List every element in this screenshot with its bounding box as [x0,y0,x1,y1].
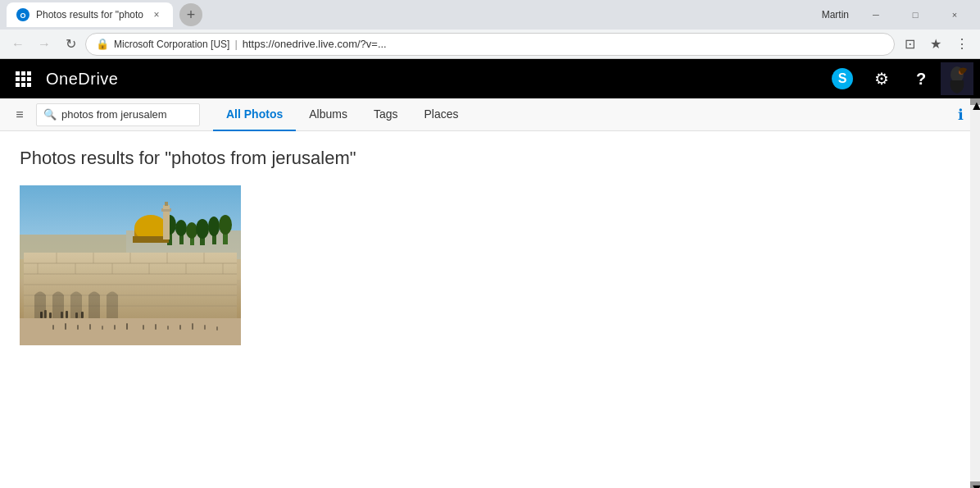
svg-rect-48 [49,312,52,318]
chrome-titlebar: O Photos results for "photo × + Martin ─… [0,0,980,30]
lock-icon: 🔒 [96,38,109,50]
search-box[interactable]: 🔍 [36,103,200,126]
svg-rect-24 [163,208,170,239]
search-input[interactable] [61,108,193,121]
back-button[interactable]: ← [7,33,29,56]
search-icon: 🔍 [43,108,57,121]
window-close-button[interactable]: × [936,2,973,27]
svg-rect-53 [52,325,54,330]
address-bar[interactable]: 🔒 Microsoft Corporation [US] | https://o… [85,33,895,56]
page-title: Photos results for "photos from jerusale… [20,148,960,169]
svg-rect-52 [81,312,84,318]
cast-icon[interactable]: ⊡ [898,33,921,56]
certificate-text: Microsoft Corporation [US] [114,39,229,50]
waffle-grid-icon [16,71,31,87]
svg-rect-62 [167,326,169,330]
scroll-up-button[interactable]: ▲ [970,98,980,105]
user-avatar[interactable] [941,62,973,95]
onedrive-header: OneDrive S ⚙ ? [0,59,980,98]
tab-places[interactable]: Places [411,98,472,131]
svg-rect-57 [102,326,103,330]
svg-rect-51 [75,312,78,318]
skype-icon: S [832,68,853,89]
photos-grid [20,185,960,345]
browser-tab[interactable]: O Photos results for "photo × [7,2,173,27]
maximize-button[interactable]: □ [896,2,934,27]
svg-rect-56 [89,324,91,330]
svg-rect-63 [179,325,181,330]
settings-button[interactable]: ⚙ [862,59,901,98]
svg-rect-50 [66,311,68,318]
scrollbar-track: ▲ ▼ [970,98,980,488]
help-icon: ? [916,70,926,89]
tab-title: Photos results for "photo [36,9,143,21]
svg-rect-49 [61,312,63,318]
svg-rect-66 [216,326,218,331]
svg-point-18 [208,217,220,236]
hamburger-icon: ≡ [16,107,23,122]
help-button[interactable]: ? [901,59,941,98]
svg-point-14 [186,222,197,239]
bookmark-icon[interactable]: ★ [924,33,947,56]
address-bar-row: ← → ↻ 🔒 Microsoft Corporation [US] | htt… [0,30,980,59]
svg-rect-27 [165,202,168,206]
svg-rect-45 [20,318,241,345]
photo-nav-tabs: All Photos Albums Tags Places [213,98,472,131]
refresh-button[interactable]: ↻ [59,33,82,56]
tab-albums[interactable]: Albums [296,98,361,131]
tab-tags[interactable]: Tags [361,98,411,131]
svg-rect-54 [65,323,66,330]
url-text: https://onedrive.live.com/?v=... [243,38,884,50]
new-tab-button[interactable]: + [179,3,202,26]
svg-point-20 [219,215,232,235]
svg-rect-65 [204,325,206,330]
subnav: ≡ 🔍 All Photos Albums Tags Places ℹ [0,98,980,131]
svg-rect-58 [114,325,116,330]
svg-rect-61 [155,324,157,330]
user-name-display: Martin [822,2,849,27]
scroll-down-button[interactable]: ▼ [970,481,980,488]
browser-menu-button[interactable]: ⋮ [951,33,973,56]
settings-icon: ⚙ [874,69,889,89]
svg-point-16 [196,219,209,239]
address-bar-actions: ⊡ ★ ⋮ [898,33,973,56]
tab-close-button[interactable]: × [150,8,163,21]
svg-rect-55 [77,325,79,330]
svg-point-12 [175,220,187,236]
svg-text:O: O [20,11,25,20]
address-separator: | [234,38,237,50]
svg-rect-59 [126,323,128,330]
minimize-button[interactable]: ─ [857,2,895,27]
waffle-menu-button[interactable] [7,62,39,95]
main-content: Photos results for "photos from jerusale… [0,131,980,488]
app-title: OneDrive [46,70,118,89]
svg-rect-64 [192,323,193,330]
skype-button[interactable]: S [823,59,862,98]
jerusalem-photo-image [20,185,241,345]
photo-item[interactable] [20,185,241,345]
tab-all-photos[interactable]: All Photos [213,98,296,131]
info-icon: ℹ [958,106,964,124]
hamburger-button[interactable]: ≡ [7,102,33,128]
avatar-image [941,62,973,95]
forward-button[interactable]: → [33,33,56,56]
window-controls: Martin ─ □ × [822,2,973,27]
svg-rect-47 [44,310,47,318]
svg-rect-60 [143,325,144,330]
tab-favicon: O [16,8,29,21]
svg-rect-46 [40,312,43,318]
